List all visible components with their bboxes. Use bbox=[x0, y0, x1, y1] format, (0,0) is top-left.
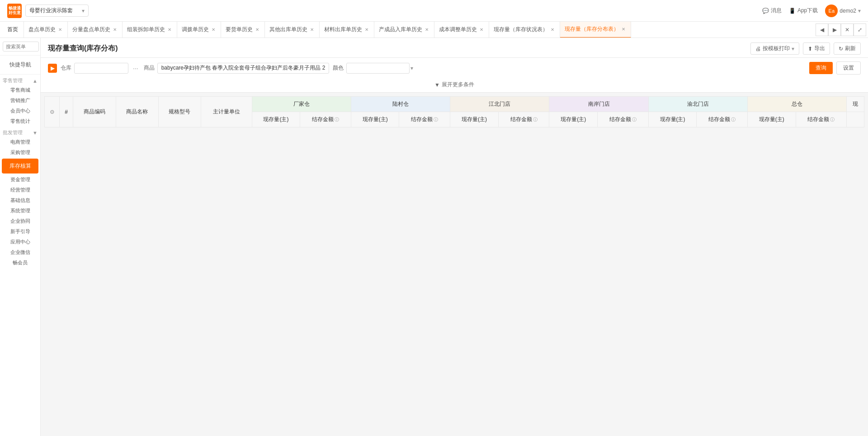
sidebar-item-marketing[interactable]: 营销推广 bbox=[0, 95, 40, 106]
th-unit: 主计量单位 bbox=[201, 97, 252, 127]
tab-10-close[interactable]: ✕ bbox=[550, 26, 555, 33]
color-chevron-icon: ▾ bbox=[410, 65, 413, 71]
settings-button[interactable]: 设置 bbox=[836, 61, 861, 75]
tab-8-close[interactable]: ✕ bbox=[424, 26, 429, 33]
sidebar-item-system[interactable]: 系统管理 bbox=[0, 206, 40, 216]
tab-2-label: 分量盘点单历史 bbox=[72, 26, 110, 33]
tab-1-close[interactable]: ✕ bbox=[57, 26, 63, 33]
avatar: Ea bbox=[825, 5, 838, 17]
sidebar-item-finance[interactable]: 资金管理 bbox=[0, 174, 40, 185]
tab-5-label: 要货单历史 bbox=[226, 26, 253, 33]
lucun-info-icon[interactable]: ⓘ bbox=[434, 117, 438, 123]
warehouse-dots[interactable]: ··· bbox=[131, 65, 140, 72]
top-bar-left: 畅捷通好生意 母婴行业演示陈套 ▾ bbox=[7, 4, 89, 18]
tab-1[interactable]: 盘点单历史 ✕ bbox=[24, 22, 68, 38]
tab-prev-button[interactable]: ◀ bbox=[816, 23, 828, 36]
product-input[interactable] bbox=[157, 63, 329, 74]
sidebar-retail-mgmt-label: 零售管理 bbox=[3, 77, 23, 84]
filter-row-1: ▶ 仓库 ··· 商品 颜色 ▾ 查询 设置 bbox=[48, 61, 861, 75]
th-total-amt: 结存金额 ⓘ bbox=[796, 112, 847, 127]
color-input[interactable] bbox=[346, 63, 410, 74]
tab-fullscreen-button[interactable]: ⤢ bbox=[854, 23, 866, 36]
tab-home[interactable]: 首页 bbox=[2, 22, 24, 38]
search-input[interactable] bbox=[3, 42, 39, 52]
industry-selector[interactable]: 母婴行业演示陈套 ▾ bbox=[25, 5, 89, 17]
sidebar-item-member[interactable]: 会员中心 bbox=[0, 106, 40, 116]
th-jiangbei-amt: 结存金额 ⓘ bbox=[498, 112, 549, 127]
total-info-icon[interactable]: ⓘ bbox=[830, 117, 835, 123]
tab-4-close[interactable]: ✕ bbox=[211, 26, 216, 33]
refresh-label: 刷新 bbox=[845, 45, 856, 52]
tab-5-close[interactable]: ✕ bbox=[255, 26, 260, 33]
th-nanan-amt: 结存金额 ⓘ bbox=[598, 112, 649, 127]
th-yubei-amt: 结存金额 ⓘ bbox=[697, 112, 748, 127]
sidebar-item-apps[interactable]: 应用中心 bbox=[0, 237, 40, 247]
sidebar-item-quick-nav[interactable]: 快捷导航 bbox=[0, 57, 40, 72]
message-icon: 💬 bbox=[762, 8, 769, 14]
sidebar-item-retail-mgmt[interactable]: 零售管理 ▲ bbox=[0, 75, 40, 85]
sidebar-item-retail-store[interactable]: 零售商城 bbox=[0, 85, 40, 95]
settings-gear-icon[interactable]: ⚙ bbox=[47, 108, 57, 117]
refresh-button[interactable]: ↻ 刷新 bbox=[834, 42, 861, 55]
sidebar-item-ecommerce[interactable]: 电商管理 bbox=[0, 137, 40, 147]
page-title: 现存量查询(库存分布) bbox=[48, 44, 118, 53]
sidebar-item-guide[interactable]: 新手引导 bbox=[0, 226, 40, 237]
query-button[interactable]: 查询 bbox=[809, 62, 833, 74]
sidebar-item-retail-stats[interactable]: 零售统计 bbox=[0, 116, 40, 127]
expand-filter-button[interactable]: ▶ bbox=[48, 64, 57, 73]
expand-more-row: ▼ 展开更多条件 bbox=[48, 81, 861, 89]
username: demo2 bbox=[840, 8, 856, 14]
tab-4[interactable]: 调拨单历史 ✕ bbox=[177, 22, 221, 38]
sidebar-item-collab[interactable]: 企业协同 bbox=[0, 216, 40, 226]
tab-close-all-button[interactable]: ✕ bbox=[841, 23, 854, 36]
jiangbei-info-icon[interactable]: ⓘ bbox=[533, 117, 538, 123]
user-area[interactable]: Ea demo2 ▾ bbox=[825, 5, 861, 17]
tab-11[interactable]: 现存量（库存分布表） ✕ bbox=[560, 22, 631, 38]
tab-4-label: 调拨单历史 bbox=[182, 26, 209, 33]
tab-6[interactable]: 其他出库单历史 ✕ bbox=[265, 22, 320, 38]
product-filter: 商品 bbox=[144, 63, 329, 74]
print-button[interactable]: 🖨 按模板打印 ▾ bbox=[750, 42, 799, 55]
th-settings[interactable]: ⚙ bbox=[45, 97, 60, 127]
sidebar-item-ops[interactable]: 经营管理 bbox=[0, 185, 40, 195]
expand-more-icon: ▼ bbox=[434, 82, 440, 88]
export-button[interactable]: ⬆ 导出 bbox=[803, 42, 830, 55]
sidebar-item-basic[interactable]: 基础信息 bbox=[0, 195, 40, 206]
sidebar-item-wholesale[interactable]: 批发管理 ▼ bbox=[0, 127, 40, 137]
nanan-info-icon[interactable]: ⓘ bbox=[632, 117, 637, 123]
th-group-lucun: 陆村仓 bbox=[351, 97, 450, 112]
tab-7-close[interactable]: ✕ bbox=[364, 26, 369, 33]
tab-5[interactable]: 要货单历史 ✕ bbox=[221, 22, 265, 38]
th-code: 商品编码 bbox=[73, 97, 116, 127]
tab-8[interactable]: 产成品入库单历史 ✕ bbox=[374, 22, 434, 38]
tab-9-close[interactable]: ✕ bbox=[479, 26, 484, 33]
sidebar-item-member2[interactable]: 畅会员 bbox=[0, 258, 40, 268]
app-download-button[interactable]: 📱 App下载 bbox=[789, 7, 818, 14]
tab-2-close[interactable]: ✕ bbox=[112, 26, 118, 33]
expand-more-button[interactable]: ▼ 展开更多条件 bbox=[434, 81, 474, 89]
tab-2[interactable]: 分量盘点单历史 ✕ bbox=[68, 22, 123, 38]
sidebar-item-wechat[interactable]: 企业微信 bbox=[0, 247, 40, 258]
tab-6-close[interactable]: ✕ bbox=[309, 26, 315, 33]
tab-next-button[interactable]: ▶ bbox=[828, 23, 841, 36]
th-group-changjiaCun: 厂家仓 bbox=[252, 97, 351, 112]
export-label: 导出 bbox=[814, 45, 825, 52]
sidebar-search-area bbox=[0, 38, 40, 56]
tab-7[interactable]: 材料出库单历史 ✕ bbox=[320, 22, 374, 38]
tab-9[interactable]: 成本调整单历史 ✕ bbox=[434, 22, 489, 38]
tab-11-close[interactable]: ✕ bbox=[621, 26, 626, 33]
tab-8-label: 产成品入库单历史 bbox=[379, 26, 422, 33]
app-label: App下载 bbox=[797, 7, 818, 14]
message-button[interactable]: 💬 消息 bbox=[762, 7, 782, 14]
sidebar: 快捷导航 零售管理 ▲ 零售商城 营销推广 会员中心 零售统计 批发管理 ▼ 电… bbox=[0, 38, 41, 436]
sidebar-item-purchase[interactable]: 采购管理 bbox=[0, 147, 40, 158]
tab-3-close[interactable]: ✕ bbox=[167, 26, 172, 33]
user-chevron-icon: ▾ bbox=[858, 8, 861, 14]
changjia-info-icon[interactable]: ⓘ bbox=[335, 117, 339, 123]
phone-icon: 📱 bbox=[789, 8, 796, 14]
tab-3[interactable]: 组装拆卸单历史 ✕ bbox=[123, 22, 177, 38]
warehouse-input[interactable] bbox=[74, 63, 128, 74]
tab-10[interactable]: 现存量（库存状况表） ✕ bbox=[489, 22, 560, 38]
sidebar-item-inventory[interactable]: 库存核算 bbox=[2, 159, 38, 173]
yubei-info-icon[interactable]: ⓘ bbox=[731, 117, 736, 123]
